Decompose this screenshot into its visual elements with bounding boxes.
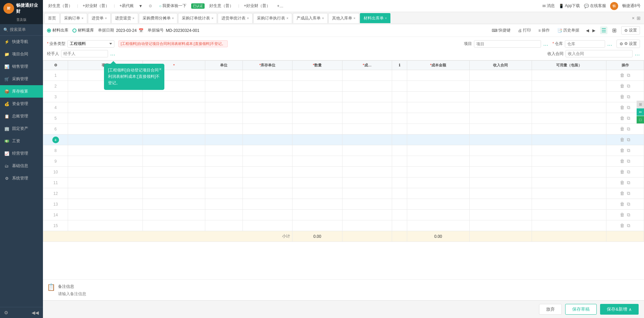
row-spec[interactable]: [143, 156, 205, 167]
save-draft-button[interactable]: 保存草稿: [565, 304, 597, 315]
row-costamt[interactable]: [407, 188, 469, 199]
delete-icon[interactable]: 🗑: [620, 126, 625, 131]
row-unit[interactable]: [205, 135, 243, 145]
tab-close-icon[interactable]: ×: [286, 16, 288, 20]
topbar-more2[interactable]: +…: [275, 3, 285, 9]
row-stounit[interactable]: [243, 135, 292, 145]
row-unit[interactable]: [205, 156, 243, 167]
row-cost[interactable]: [342, 167, 392, 177]
tab-in-stat[interactable]: 进货单统计表 ×: [218, 13, 253, 23]
copy-icon[interactable]: ⧉: [627, 105, 630, 110]
delete-icon[interactable]: 🗑: [620, 169, 625, 174]
warehouse-input[interactable]: [565, 40, 605, 48]
row-item[interactable]: [68, 145, 143, 156]
row-spec[interactable]: [143, 145, 205, 156]
row-stounit[interactable]: [243, 81, 292, 92]
sidebar-item-assets[interactable]: 🏢 固定资产: [0, 122, 43, 135]
row-spec[interactable]: [143, 188, 205, 199]
row-cost[interactable]: [342, 210, 392, 220]
tab-home[interactable]: 首页: [44, 13, 60, 23]
row-costamt[interactable]: [407, 135, 469, 145]
row-qty[interactable]: [292, 102, 342, 113]
delete-icon[interactable]: 🗑: [620, 72, 625, 78]
tab-end-expand[interactable]: ⊞: [637, 15, 641, 21]
handler-dots[interactable]: …: [110, 51, 115, 56]
copy-icon[interactable]: ⧉: [627, 94, 630, 99]
row-cost[interactable]: [342, 188, 392, 199]
row-stounit[interactable]: [243, 156, 292, 167]
row-unit[interactable]: [205, 81, 243, 92]
delete-icon[interactable]: 🗑: [620, 94, 625, 99]
row-item[interactable]: [68, 220, 143, 231]
sidebar-item-inventory[interactable]: 📦 库存核算: [0, 85, 43, 98]
row-qty[interactable]: [292, 188, 342, 199]
row-spec-input[interactable]: [143, 135, 205, 145]
row-contract[interactable]: [469, 167, 532, 177]
row-stounit[interactable]: [243, 210, 292, 220]
copy-icon[interactable]: ⧉: [627, 201, 630, 207]
row-cost[interactable]: [342, 124, 392, 135]
row-qty[interactable]: [292, 156, 342, 167]
row-item[interactable]: [68, 188, 143, 199]
copy-icon[interactable]: ⧉: [627, 158, 630, 164]
handler-input[interactable]: [61, 50, 108, 57]
delete-icon[interactable]: 🗑: [620, 115, 625, 121]
tab-purchase-return[interactable]: 进货退货 ×: [111, 13, 138, 23]
row-costamt[interactable]: [407, 113, 469, 124]
row-item[interactable]: [68, 199, 143, 210]
row-item[interactable]: [68, 167, 143, 177]
copy-icon[interactable]: ⧉: [627, 148, 630, 153]
topbar-msg[interactable]: ✉ 消息: [542, 3, 555, 9]
row-contract[interactable]: [469, 124, 532, 135]
row-spec[interactable]: [143, 220, 205, 231]
row-contract[interactable]: [469, 102, 532, 113]
discard-button[interactable]: 放弃: [539, 304, 562, 315]
row-unit[interactable]: [205, 220, 243, 231]
tab-close-icon[interactable]: ×: [132, 16, 135, 20]
row-cost[interactable]: [342, 135, 392, 145]
row-costamt[interactable]: [407, 177, 469, 188]
row-unit[interactable]: [205, 177, 243, 188]
row-spec[interactable]: [143, 167, 205, 177]
row-qty[interactable]: [292, 210, 342, 220]
tab-purchase-order[interactable]: 采购订单 ×: [60, 13, 87, 23]
row-spec[interactable]: [143, 177, 205, 188]
row-costamt[interactable]: [407, 210, 469, 220]
row-stounit[interactable]: [243, 124, 292, 135]
delete-icon[interactable]: 🗑: [620, 212, 625, 217]
tab-close-icon[interactable]: ×: [385, 16, 387, 20]
row-costamt[interactable]: [407, 156, 469, 167]
sidebar-collapse-icon[interactable]: ◀◀: [32, 310, 39, 315]
row-contract[interactable]: [469, 135, 532, 145]
topbar-app[interactable]: 📱 App下载: [559, 3, 580, 9]
row-item[interactable]: [68, 177, 143, 188]
row-cost[interactable]: [342, 70, 392, 81]
delete-icon[interactable]: 🗑: [620, 191, 625, 196]
print-btn[interactable]: 🖨 打印: [516, 26, 533, 34]
row-unit[interactable]: [205, 188, 243, 199]
row-costamt[interactable]: [407, 92, 469, 102]
row-contract[interactable]: [469, 81, 532, 92]
copy-icon[interactable]: ⧉: [627, 137, 630, 142]
warehouse-dots[interactable]: …: [607, 41, 612, 47]
sidebar-settings-icon[interactable]: ⚙: [4, 310, 8, 315]
row-stounit[interactable]: [243, 145, 292, 156]
row-costamt[interactable]: [407, 167, 469, 177]
row-unit[interactable]: [205, 167, 243, 177]
row-item[interactable]: [68, 156, 143, 167]
delete-icon[interactable]: 🗑: [620, 158, 625, 164]
row-unit[interactable]: [205, 70, 243, 81]
row-qty[interactable]: [292, 145, 342, 156]
sidebar-search[interactable]: 🔍 搜索菜单: [0, 24, 43, 36]
form-settings-btn[interactable]: ⚙ ⚙ 设置: [616, 40, 640, 48]
row-stounit[interactable]: [243, 188, 292, 199]
sidebar-item-purchase[interactable]: 🛒 采购管理: [0, 73, 43, 85]
row-unit[interactable]: [205, 210, 243, 220]
topbar-trial[interactable]: ○ 我要体验一下: [157, 2, 189, 9]
tab-purchase-in[interactable]: 进货单 ×: [88, 13, 111, 23]
tab-purchase-cost[interactable]: 采购费用分摊单 ×: [139, 13, 178, 23]
topbar-more-dropdown[interactable]: ▼: [139, 4, 143, 8]
delete-icon[interactable]: 🗑: [620, 105, 625, 110]
row-stounit[interactable]: [243, 167, 292, 177]
row-cost[interactable]: [342, 81, 392, 92]
